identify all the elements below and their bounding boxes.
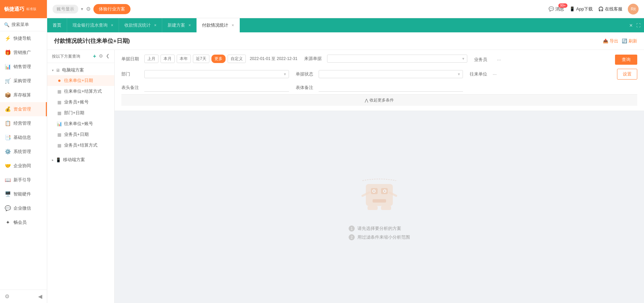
date-filter-label: 单据日期 [121,56,142,62]
tab-bank-flow[interactable]: 现金银行流水查询 × [67,18,119,32]
dept-select[interactable]: ▾ [144,70,289,78]
tab-home[interactable]: 首页 [47,18,67,32]
sidebar-item-label: 系统管理 [13,149,31,155]
left-panel: 按以下方案查询 + ⚙ ❮ ▾ 🖥 电脑端方案 [47,50,115,303]
tab-new-plan-close[interactable]: × [188,23,191,28]
sidebar-item-operations[interactable]: 📋 经营管理 [0,116,47,130]
wechat-icon: 💬 [5,205,11,211]
add-schema-btn[interactable]: + [93,53,96,59]
date-btn-this-month[interactable]: 本月 [160,55,175,63]
app-download-btn[interactable]: 📱 App下载 [569,6,593,12]
phone-icon: 📱 [569,6,575,11]
sidebar-item-base[interactable]: 📑 基础信息 [0,130,47,145]
date-btn-7days[interactable]: 近7天 [193,55,209,63]
sidebar-item-marketing[interactable]: 🎁 营销推广 [0,46,47,60]
group-expand-icon: ▾ [52,68,54,72]
tab-new-plan[interactable]: 新建方案 × [162,18,197,32]
schema-item-partner-settle[interactable]: ▦ 往来单位+结算方式 [47,86,114,97]
tab-receipt-stats[interactable]: 收款情况统计 × [119,18,162,32]
tab-expand-icon[interactable]: ⛶ [636,23,641,28]
footer-settings-icon[interactable]: ⚙ [5,293,9,300]
right-content: 单据日期 上月 本月 本年 近7天 更多 自定义 2022-01-01 至 20… [115,50,644,303]
collapse-more-btn[interactable]: ⋀ 收起更多条件 [121,94,637,106]
sidebar-item-system[interactable]: ⚙️ 系统管理 [0,145,47,159]
tab-receipt-stats-close[interactable]: × [154,23,156,28]
industry-btn[interactable]: 体验行业方案 [93,4,130,14]
messages-btn[interactable]: 💬 消息 99+ [549,6,564,12]
message-icon: 💬 [549,6,554,11]
customer-service-btn[interactable]: 🎧 在线客服 [598,6,622,12]
app-download-label: App下载 [576,6,593,12]
schema-settings-icon[interactable]: ⚙ [99,53,103,59]
schema-item-salesperson-account[interactable]: ▦ 业务员+账号 [47,97,114,108]
tab-payment-stats[interactable]: 付款情况统计 × [197,18,240,32]
schema-item-partner-account[interactable]: 📊 往来单位+账号 [47,118,114,129]
avatar[interactable]: Rit [628,4,639,14]
headset-icon: 🎧 [598,6,604,11]
system-icon: ⚙️ [5,149,11,155]
doc-status-chevron: ▾ [458,72,460,77]
salesperson-more-btn[interactable]: ··· [497,57,501,62]
topbar: 账号显示 ▾ ⚙ 体验行业方案 💬 消息 99+ 📱 App下载 🎧 在线客服 [47,0,644,18]
export-btn[interactable]: 📤 导出 [603,38,618,44]
collapse-chevron-icon: ⋀ [365,98,368,103]
sidebar-item-label: 智能硬件 [13,191,31,197]
collapse-label: 收起更多条件 [370,97,394,103]
hardware-icon: 🖥️ [5,191,11,197]
settings-icon[interactable]: ⚙ [86,6,91,12]
sidebar-item-label: 库存核算 [13,92,31,98]
refresh-btn[interactable]: 🔄 刷新 [622,38,637,44]
date-btn-last-month[interactable]: 上月 [144,55,158,63]
tab-payment-stats-label: 付款情况统计 [202,22,228,28]
dropdown-icon[interactable]: ▾ [81,6,83,11]
partner-more-btn[interactable]: ··· [493,71,497,77]
sidebar-item-sales[interactable]: 📊 销售管理 [0,60,47,74]
sidebar-item-label: 畅会员 [13,219,27,225]
sidebar-item-member[interactable]: ✦ 畅会员 [0,215,47,230]
page-actions: 📤 导出 🔄 刷新 [603,38,637,44]
svg-rect-0 [366,184,393,206]
tip-text-1: 请先选择要分析的方案 [357,225,401,232]
schema-item-salesperson-date[interactable]: ▦ 业务员+日期 [47,129,114,140]
search-menu[interactable]: 🔍 搜索菜单 [0,18,47,31]
robot-icon [359,174,400,214]
query-btn[interactable]: 查询 [615,55,637,65]
footer-collapse-icon[interactable]: ◀ [38,293,42,300]
tab-payment-stats-close[interactable]: × [232,23,234,28]
schema-group-mobile-title[interactable]: ▸ 📱 移动端方案 [47,155,114,165]
tab-bank-flow-close[interactable]: × [111,23,113,28]
source-select[interactable]: ▾ [327,55,467,63]
sidebar-item-label: 快捷导航 [13,35,31,41]
date-btn-custom[interactable]: 自定义 [228,55,246,63]
left-panel-header: 按以下方案查询 + ⚙ ❮ [47,50,114,63]
logo-sub: 标准版 [26,7,36,11]
doc-status-select[interactable]: ▾ [319,70,463,78]
sidebar-item-finance[interactable]: 💰 资金管理 [0,102,47,116]
sidebar-item-quick-nav[interactable]: ⚡ 快捷导航 [0,31,47,46]
tab-close-all-icon[interactable]: ✕ [629,23,633,28]
date-btn-more[interactable]: 更多 [211,55,226,63]
empty-tip-1: 1 请先选择要分析的方案 [349,225,410,232]
schema-item-dept-date[interactable]: ▦ 部门+日期 [47,108,114,118]
marketing-icon: 🎁 [5,50,11,56]
schema-active-icon: ● [57,78,62,83]
schema-group-desktop-title[interactable]: ▾ 🖥 电脑端方案 [47,65,114,75]
schema-item-salesperson-settle[interactable]: ▦ 业务员+结算方式 [47,140,114,151]
panel-collapse-icon[interactable]: ❮ [106,53,110,59]
body-note-input[interactable] [319,84,463,92]
schema-item-label: 往来单位+日期 [64,78,93,84]
schema-item-label: 业务员+日期 [64,131,89,138]
sidebar-item-hardware[interactable]: 🖥️ 智能硬件 [0,187,47,201]
date-btn-this-year[interactable]: 本年 [177,55,191,63]
svg-point-11 [384,190,385,192]
sidebar-item-purchase[interactable]: 🛒 采购管理 [0,74,47,88]
schema-item-partner-date[interactable]: ● 往来单位+日期 [47,75,114,86]
settings-btn[interactable]: 设置 [617,69,637,80]
sidebar-item-inventory[interactable]: 📦 库存核算 [0,88,47,102]
sidebar-nav: ⚡ 快捷导航 🎁 营销推广 📊 销售管理 🛒 采购管理 📦 库存核算 💰 [0,31,47,290]
sidebar-item-wechat[interactable]: 💬 企业微信 [0,201,47,215]
header-note-input[interactable] [144,84,289,92]
member-icon: ✦ [5,219,11,225]
sidebar-item-enterprise[interactable]: 🤝 企业协同 [0,159,47,173]
sidebar-item-guide[interactable]: 📖 新手引导 [0,173,47,187]
